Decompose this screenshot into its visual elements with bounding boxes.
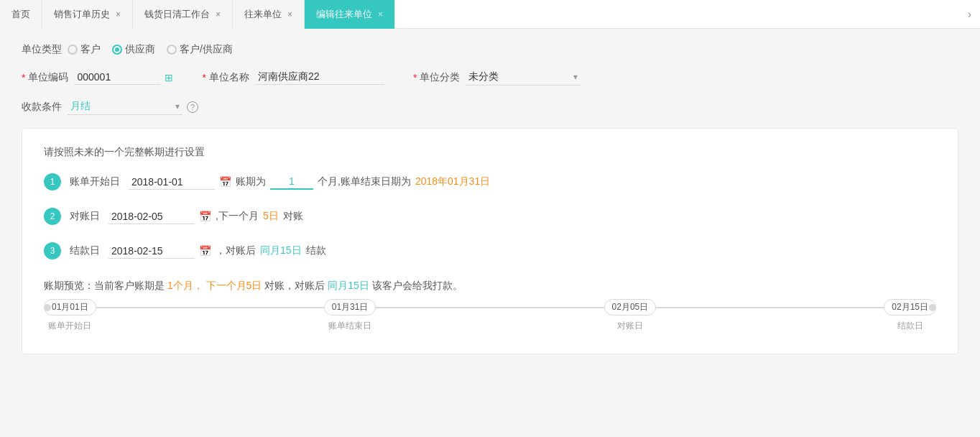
step-row-3: 3 结款日 📅 ，对账后 同月15日 结款 xyxy=(44,242,936,259)
step-suffix-3-teal: 同月15日 xyxy=(260,244,302,257)
end-date-1: 2018年01月31日 xyxy=(415,175,490,188)
step-suffix-pre-1: 账期为 xyxy=(236,175,266,188)
step-suffix-2-end: 对账 xyxy=(283,210,303,223)
timeline-sublabel-4: 结款日 xyxy=(897,320,923,332)
close-icon[interactable]: × xyxy=(216,9,221,19)
timeline-badge-2: 01月31日 xyxy=(324,299,376,316)
step-label-1: 账单开始日 xyxy=(70,175,120,188)
unit-type-radio-group: 客户 供应商 客户/供应商 xyxy=(68,43,233,56)
chevron-down-icon-payment: ▾ xyxy=(172,101,182,111)
step-row-1: 1 账单开始日 📅 账期为 个月,账单结束日期为 2018年01月31日 xyxy=(44,173,936,190)
timeline-badge-3: 02月05日 xyxy=(604,299,657,316)
tabs-bar: 首页 销售订单历史 × 钱货日清工作台 × 往来单位 × 编辑往来单位 × › xyxy=(0,0,980,29)
unit-type-label: 单位类型 xyxy=(22,43,62,56)
unit-name-input[interactable] xyxy=(255,70,384,85)
preview-period: 1个月， xyxy=(167,280,203,291)
radio-both[interactable]: 客户/供应商 xyxy=(167,43,233,56)
unit-category-label: 单位分类 xyxy=(420,71,460,84)
timeline-sublabel-1: 账单开始日 xyxy=(48,320,91,332)
calendar-icon-1[interactable]: 📅 xyxy=(219,176,231,188)
radio-circle-supplier xyxy=(112,45,122,55)
info-box: 请按照未来的一个完整帐期进行设置 1 账单开始日 📅 账期为 个月,账单结束日期… xyxy=(22,128,958,354)
radio-supplier[interactable]: 供应商 xyxy=(112,43,155,56)
close-icon[interactable]: × xyxy=(116,9,121,19)
preview-check: 下一个月5日 xyxy=(206,280,262,291)
category-select[interactable]: 未分类 ▾ xyxy=(466,69,581,86)
tab-cash-workbench[interactable]: 钱货日清工作台 × xyxy=(133,0,233,29)
preview-mid: 对账，对账后 xyxy=(264,280,328,291)
preview-pay: 同月15日 xyxy=(328,280,369,291)
timeline-sublabel-3: 对账日 xyxy=(617,320,643,332)
step-date-2[interactable] xyxy=(108,209,195,224)
step-date-3[interactable] xyxy=(108,244,195,259)
preview-label: 账期预览：当前客户账期是 xyxy=(44,280,165,291)
copy-icon[interactable]: ⊞ xyxy=(165,72,173,83)
step-suffix-mid-1: 个月,账单结束日期为 xyxy=(318,175,411,188)
required-star-cat: * xyxy=(413,72,417,83)
payment-select[interactable]: 月结 ▾ xyxy=(68,98,182,115)
required-star-name: * xyxy=(202,72,205,83)
step-num-3: 3 xyxy=(44,242,61,259)
unit-name-label: 单位名称 xyxy=(209,71,249,84)
step-row-2: 2 对账日 📅 ,下一个月5日 对账 xyxy=(44,208,936,225)
step-num-1: 1 xyxy=(44,173,61,190)
step-date-1[interactable] xyxy=(129,175,215,190)
main-content: 单位类型 客户 供应商 客户/供应商 * 单位编码 xyxy=(0,29,980,369)
unit-type-row: 单位类型 客户 供应商 客户/供应商 xyxy=(22,43,958,56)
help-icon[interactable]: ? xyxy=(187,101,198,113)
required-star: * xyxy=(22,72,25,83)
tab-home[interactable]: 首页 xyxy=(0,0,42,29)
step-suffix-2-orange: 5日 xyxy=(263,210,279,223)
unit-code-field: * 单位编码 ⊞ xyxy=(22,70,173,85)
category-value: 未分类 xyxy=(466,69,570,85)
timeline-node-3: 02月05日 对账日 xyxy=(604,299,657,332)
step-label-2: 对账日 xyxy=(70,210,100,223)
unit-type-field: 单位类型 客户 供应商 客户/供应商 xyxy=(22,43,233,56)
unit-code-input[interactable] xyxy=(74,70,160,85)
timeline-badge-1: 01月01日 xyxy=(44,299,96,316)
radio-circle-both xyxy=(167,45,177,55)
tab-edit-partner[interactable]: 编辑往来单位 × xyxy=(305,0,395,29)
period-input[interactable] xyxy=(270,174,313,190)
close-icon[interactable]: × xyxy=(287,9,292,19)
chevron-down-icon: ▾ xyxy=(570,72,581,82)
radio-circle-customer xyxy=(68,45,78,55)
step-label-3: 结款日 xyxy=(70,244,100,257)
step-num-2: 2 xyxy=(44,208,61,225)
tab-sales-history[interactable]: 销售订单历史 × xyxy=(42,0,133,29)
tab-more-button[interactable]: › xyxy=(959,8,980,21)
unit-code-label: 单位编码 xyxy=(28,71,68,84)
unit-info-row: * 单位编码 ⊞ * 单位名称 * 单位分类 未分类 ▾ xyxy=(22,69,958,86)
timeline-node-1: 01月01日 账单开始日 xyxy=(44,299,96,332)
payment-label: 收款条件 xyxy=(22,101,62,114)
payment-value: 月结 xyxy=(68,98,172,114)
step-suffix-3-pre: ，对账后 xyxy=(216,244,256,257)
timeline-node-4: 02月15日 结款日 xyxy=(884,299,936,332)
timeline: 01月01日 账单开始日 01月31日 账单结束日 02月05日 对账日 xyxy=(44,295,936,332)
step-suffix-2-pre: ,下一个月 xyxy=(216,210,259,223)
payment-row: 收款条件 月结 ▾ ? xyxy=(22,98,958,115)
radio-customer[interactable]: 客户 xyxy=(68,43,101,56)
calendar-icon-2[interactable]: 📅 xyxy=(199,211,211,222)
unit-name-field: * 单位名称 xyxy=(202,70,384,85)
unit-category-field: * 单位分类 未分类 ▾ xyxy=(413,69,581,86)
preview-end: 该客户会给我打款。 xyxy=(372,280,463,291)
timeline-node-2: 01月31日 账单结束日 xyxy=(324,299,376,332)
preview-section: 账期预览：当前客户账期是 1个月， 下一个月5日 对账，对账后 同月15日 该客… xyxy=(44,277,936,295)
payment-field: 收款条件 月结 ▾ ? xyxy=(22,98,198,115)
calendar-icon-3[interactable]: 📅 xyxy=(199,245,211,257)
timeline-sublabel-2: 账单结束日 xyxy=(328,320,371,332)
info-box-title: 请按照未来的一个完整帐期进行设置 xyxy=(44,146,936,159)
close-icon[interactable]: × xyxy=(378,9,383,19)
timeline-wrapper: 01月01日 账单开始日 01月31日 账单结束日 02月05日 对账日 xyxy=(44,295,936,332)
tab-partner[interactable]: 往来单位 × xyxy=(233,0,305,29)
step-suffix-3-end: 结款 xyxy=(306,244,326,257)
